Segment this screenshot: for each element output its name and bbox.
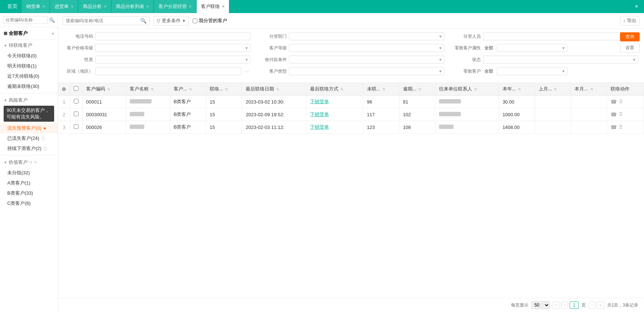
filter-region-ellipsis[interactable]: ··· [243,69,250,74]
sort-arrows-method[interactable]: ⇅ [341,87,343,91]
filter-actions: 查询 设置 [620,32,640,53]
sidebar-all-customers[interactable]: ⊞ 全部客户 « [0,27,58,40]
nav-tab-purchase-close[interactable]: × [71,4,73,9]
phone-icon-1[interactable]: ☎ [611,99,617,105]
contact-action-3: ☎ ⠿ [607,121,644,134]
sort-arrows-unit[interactable]: ⇅ [474,87,477,91]
export-btn[interactable]: ↑ 导出 [620,16,640,25]
nav-tab-product-analysis[interactable]: 商品分析 × [79,0,111,13]
next-page-btn[interactable]: › [589,301,595,309]
sidebar-item-today-contact[interactable]: 今天待联络(0) [0,51,58,61]
more-actions-icon-1[interactable]: ⠿ [619,99,623,105]
sort-arrows-type[interactable]: ⇅ [189,87,192,91]
first-page-btn[interactable]: « [553,301,560,309]
sidebar-item-tomorrow-contact[interactable]: 明天待联络(1) [0,61,58,71]
sidebar-item-c-class[interactable]: C类客户(6) [0,198,58,208]
sidebar-group-value-customers[interactable]: ▼ 价值客户 ↺ ✎ [0,157,58,168]
sort-arrows-overdue[interactable]: ⇅ [418,87,421,91]
nav-tab-customer-contact[interactable]: 客户联络 × [197,0,229,13]
nav-tab-product-analysis-list[interactable]: 商品分析列表 × [112,0,153,13]
filter-payment-select[interactable] [289,56,444,64]
filter-customer-type-select[interactable] [289,67,444,75]
filter-scatter-attr-select[interactable] [497,44,568,52]
nav-tab-purchase[interactable]: 进货单 × [50,0,78,13]
sidebar-group-risk-customers[interactable]: ▼ 风险客户 [0,95,58,106]
sidebar-item-unclassified[interactable]: 未分组(32) [0,168,58,178]
phone-icon-2[interactable]: ☎ [611,112,617,117]
nav-tab-sales[interactable]: 销货单 × [22,0,49,13]
sidebar-search-input[interactable] [3,16,48,24]
filter-customer-level: 客户等级 ▼ [258,44,444,52]
last-contact-method-3[interactable]: 下销货单 [306,121,363,134]
page-size-select[interactable]: 50 100 200 [531,301,550,309]
filter-price-level-select[interactable] [95,44,250,52]
phone-icon-3[interactable]: ☎ [611,124,617,130]
search-icon-btn[interactable]: 🔍 [140,18,146,24]
last-contact-method-2[interactable]: 下销货单 [306,108,363,121]
filter-phone-input[interactable] [95,32,250,40]
filter-dept-select[interactable] [289,32,444,40]
refresh-icon[interactable]: ↺ [29,160,32,165]
my-customers-checkbox-label[interactable]: 我分管的客户 [193,17,227,24]
sort-arrows-code[interactable]: ⇅ [107,87,110,91]
filter-phone: 电话号码 [64,32,250,40]
row-checkbox-2[interactable] [70,108,82,121]
filter-customer-level-select[interactable] [289,44,444,52]
sort-arrows-no-contact[interactable]: ⇅ [382,87,385,91]
sidebar-group-pending-contact[interactable]: ▼ 待联络客户 [0,40,58,51]
th-no-contact-days: 未联... ⇅ [363,83,399,96]
sort-arrows-date[interactable]: ⇅ [276,87,279,91]
sort-arrows-name[interactable]: ⇅ [151,87,154,91]
search-input[interactable] [66,18,140,23]
nav-tab-customer-segment-close[interactable]: × [189,4,192,9]
top-nav-close-btn[interactable]: × [632,3,641,10]
sidebar-item-sliding-customers[interactable]: 持续下滑客户(2) ⓘ [0,143,58,154]
more-actions-icon-3[interactable]: ⠿ [619,124,623,130]
query-button[interactable]: 查询 [620,32,640,41]
filter-row-4: 区域（地区） ··· 客户类型 ▼ 零散客户 全部 ▼ [64,67,638,75]
prev-page-btn[interactable]: ‹ [562,301,568,309]
sidebar-search-icon[interactable]: 🔍 [49,17,55,23]
more-conditions-btn[interactable]: ▽ 更多条件 ▼ [153,16,189,25]
row-checkbox-1[interactable] [70,96,82,108]
row-select-checkbox-3[interactable] [74,124,79,129]
sort-arrows-year[interactable]: ⇅ [518,87,521,91]
settings-button[interactable]: 设置 [620,43,640,53]
filter-scatter-select[interactable] [497,67,568,75]
filter-region-input[interactable] [95,67,241,75]
row-checkbox-3[interactable] [70,121,82,134]
edit-icon[interactable]: ✎ [34,160,37,165]
sidebar-item-a-class[interactable]: A类客户(1) [0,178,58,188]
filter-status-select[interactable] [483,56,638,64]
nav-tab-customer-segment[interactable]: 客户分层经营 × [154,0,196,13]
sort-arrows-contact[interactable]: ⇅ [225,87,228,91]
sort-arrows-last-month[interactable]: ⇅ [554,87,557,91]
more-actions-icon-2[interactable]: ⠿ [619,112,623,117]
my-customers-checkbox[interactable] [193,19,197,23]
sidebar-item-b-class[interactable]: B类客户(33) [0,188,58,198]
filter-price-level-wrap: ▼ [95,44,250,52]
nav-tab-customer-contact-close[interactable]: × [222,4,225,9]
last-contact-method-1[interactable]: 下销货单 [306,96,363,108]
settings-icon[interactable]: ⚙ [62,86,66,92]
last-contact-date-2: 2023-02-09 19:52: [242,108,306,121]
sort-arrows-this-month[interactable]: ⇅ [590,87,593,91]
nav-tab-product-analysis-close[interactable]: × [104,4,106,9]
filter-payment-label: 收付款条件 [258,57,287,63]
nav-tab-sales-close[interactable]: × [43,4,45,9]
row-select-checkbox-2[interactable] [74,112,79,116]
sidebar-item-churn-risk[interactable]: 流失预警客户(3) ● [0,123,58,133]
select-all-checkbox[interactable] [74,86,79,91]
last-page-btn[interactable]: » [597,301,604,309]
filter-nature-select[interactable] [95,56,250,64]
row-select-checkbox-1[interactable] [74,99,79,104]
sidebar-item-already-churn[interactable]: 已流失客户(24) ⓘ [0,133,58,143]
filter-customer-level-wrap: ▼ [289,44,444,52]
filter-person-input[interactable] [483,32,629,40]
nav-tab-product-analysis-list-close[interactable]: × [146,4,149,9]
sidebar-item-week-contact[interactable]: 近7天待联络(0) [0,71,58,81]
th-checkbox [70,83,82,96]
sidebar-collapse-icon[interactable]: « [52,31,54,36]
nav-home[interactable]: 首页 [3,3,22,10]
sidebar-item-overdue-contact[interactable]: 逾期未联络(30) [0,81,58,92]
